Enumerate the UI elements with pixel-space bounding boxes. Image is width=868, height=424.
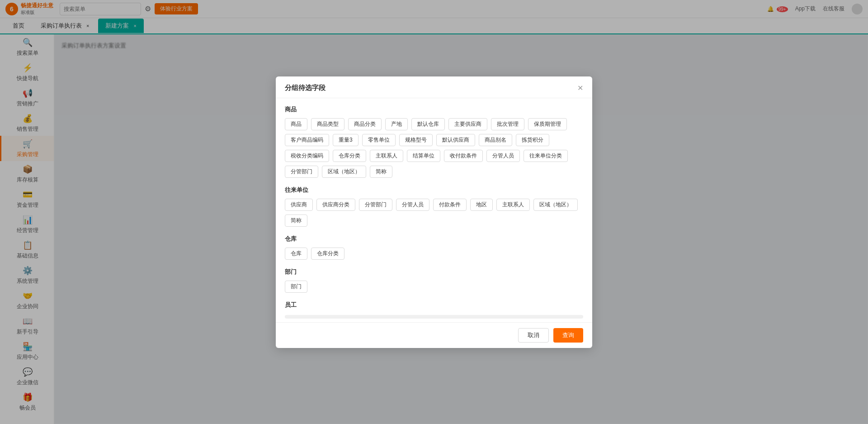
- modal-close-btn[interactable]: ✕: [577, 84, 583, 92]
- field-tag-分管人员[interactable]: 分管人员: [396, 199, 429, 211]
- field-tag-商品[interactable]: 商品: [285, 118, 307, 130]
- section-warehouse: 仓库仓库仓库分类: [285, 235, 583, 260]
- field-tag-结算单位[interactable]: 结算单位: [407, 150, 440, 162]
- field-tag-保质期管理[interactable]: 保质期管理: [528, 118, 567, 130]
- field-tags-goods: 商品商品类型商品分类产地默认仓库主要供应商批次管理保质期管理客户商品编码重量3零…: [285, 118, 583, 178]
- field-tag-区域（地区）[interactable]: 区域（地区）: [322, 166, 366, 178]
- field-select-modal: 分组待选字段 ✕ 商品商品商品类型商品分类产地默认仓库主要供应商批次管理保质期管…: [276, 76, 592, 348]
- field-tags-partner: 供应商供应商分类分管部门分管人员付款条件地区主联系人区域（地区）简称: [285, 199, 583, 227]
- cancel-button[interactable]: 取消: [518, 328, 549, 343]
- section-department: 部门部门: [285, 268, 583, 293]
- section-title-employee: 员工: [285, 301, 583, 309]
- modal-header: 分组待选字段 ✕: [276, 76, 592, 98]
- field-tag-税收分类编码[interactable]: 税收分类编码: [285, 150, 329, 162]
- field-tag-产地[interactable]: 产地: [385, 118, 408, 130]
- field-tag-规格型号[interactable]: 规格型号: [399, 134, 433, 146]
- field-tag-重量3[interactable]: 重量3: [333, 134, 359, 146]
- field-tag-往来单位分类[interactable]: 往来单位分类: [524, 150, 568, 162]
- field-tag-仓库分类[interactable]: 仓库分类: [311, 248, 344, 260]
- field-tag-拣货积分[interactable]: 拣货积分: [516, 134, 549, 146]
- field-tag-收付款条件[interactable]: 收付款条件: [444, 150, 483, 162]
- field-tag-简称[interactable]: 简称: [285, 214, 307, 227]
- field-tag-仓库[interactable]: 仓库: [285, 248, 307, 260]
- field-tag-分管人员[interactable]: 分管人员: [486, 150, 520, 162]
- field-tag-主要供应商[interactable]: 主要供应商: [448, 118, 487, 130]
- field-tag-默认供应商[interactable]: 默认供应商: [436, 134, 475, 146]
- field-tag-商品分类[interactable]: 商品分类: [348, 118, 382, 130]
- field-tag-默认仓库[interactable]: 默认仓库: [411, 118, 445, 130]
- field-tag-仓库分类[interactable]: 仓库分类: [333, 150, 366, 162]
- field-tag-客户商品编码[interactable]: 客户商品编码: [285, 134, 329, 146]
- field-tag-主联系人[interactable]: 主联系人: [370, 150, 403, 162]
- section-title-goods: 商品: [285, 105, 583, 114]
- field-tag-区域（地区）[interactable]: 区域（地区）: [533, 199, 578, 211]
- section-goods: 商品商品商品类型商品分类产地默认仓库主要供应商批次管理保质期管理客户商品编码重量…: [285, 105, 583, 178]
- field-tags-warehouse: 仓库仓库分类: [285, 248, 583, 260]
- field-tag-分管部门[interactable]: 分管部门: [359, 199, 392, 211]
- section-title-department: 部门: [285, 268, 583, 276]
- field-tag-部门[interactable]: 部门: [285, 281, 307, 293]
- modal-title: 分组待选字段: [285, 84, 326, 92]
- field-tag-分管部门[interactable]: 分管部门: [285, 166, 318, 178]
- field-tag-付款条件[interactable]: 付款条件: [433, 199, 467, 211]
- modal-footer: 取消 查询: [276, 322, 592, 348]
- field-tag-商品别名[interactable]: 商品别名: [479, 134, 512, 146]
- field-tag-批次管理[interactable]: 批次管理: [491, 118, 524, 130]
- field-tag-地区[interactable]: 地区: [470, 199, 493, 211]
- field-tag-供应商[interactable]: 供应商: [285, 199, 313, 211]
- field-tag-简称[interactable]: 简称: [370, 166, 392, 178]
- section-partner: 往来单位供应商供应商分类分管部门分管人员付款条件地区主联系人区域（地区）简称: [285, 186, 583, 227]
- field-tags-department: 部门: [285, 281, 583, 293]
- section-title-partner: 往来单位: [285, 186, 583, 194]
- field-tag-供应商分类[interactable]: 供应商分类: [316, 199, 355, 211]
- modal-body: 商品商品商品类型商品分类产地默认仓库主要供应商批次管理保质期管理客户商品编码重量…: [276, 98, 592, 311]
- field-tag-商品类型[interactable]: 商品类型: [311, 118, 344, 130]
- section-employee: 员工业务员: [285, 301, 583, 311]
- field-tag-零售单位[interactable]: 零售单位: [362, 134, 396, 146]
- section-title-warehouse: 仓库: [285, 235, 583, 243]
- confirm-button[interactable]: 查询: [553, 328, 583, 343]
- field-tag-主联系人[interactable]: 主联系人: [496, 199, 530, 211]
- horizontal-scrollbar[interactable]: [285, 315, 583, 319]
